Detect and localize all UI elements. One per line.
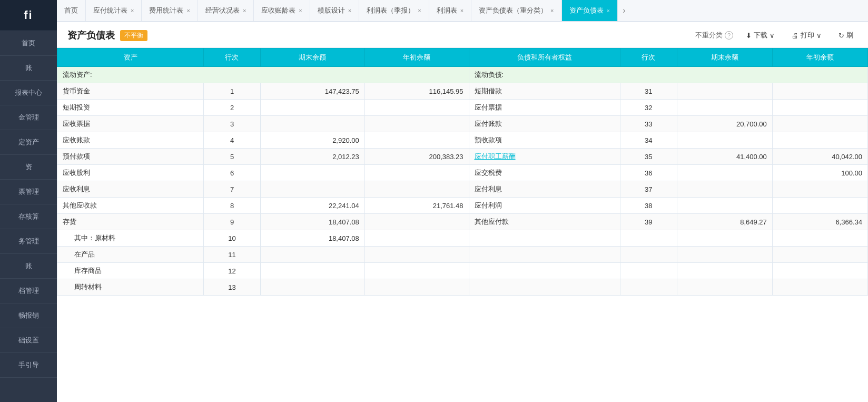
end-balance-right[interactable]: [677, 165, 772, 181]
sidebar-item-home[interactable]: 首页: [0, 31, 57, 56]
end-balance-right[interactable]: [677, 263, 772, 279]
end-balance-right[interactable]: [677, 132, 772, 149]
year-start-right[interactable]: [772, 83, 867, 100]
end-balance-left[interactable]: 18,407.08: [260, 214, 364, 230]
end-balance-left[interactable]: [260, 247, 364, 263]
sidebar-item-expense[interactable]: 畅报销: [0, 303, 57, 328]
end-balance-right[interactable]: 20,700.00: [677, 116, 772, 132]
tab-balance-close[interactable]: ×: [607, 7, 610, 14]
year-start-right[interactable]: [772, 247, 867, 263]
end-balance-left[interactable]: [260, 165, 364, 181]
tab-biz-status[interactable]: 经营状况表 ×: [198, 0, 254, 22]
year-start-left[interactable]: [364, 132, 469, 149]
tab-biz-status-close[interactable]: ×: [243, 7, 246, 14]
year-start-left[interactable]: 21,761.48: [364, 198, 469, 214]
year-start-right[interactable]: [772, 263, 867, 279]
main-area: 首页 应付统计表 × 费用统计表 × 经营状况表 × 应收账龄表 × 模版设计 …: [57, 0, 868, 402]
year-start-left[interactable]: [364, 263, 469, 279]
tab-receivable-aging[interactable]: 应收账龄表 ×: [254, 0, 310, 22]
year-start-right[interactable]: 100.00: [772, 165, 867, 181]
end-balance-right[interactable]: [677, 100, 772, 116]
end-balance-right[interactable]: [677, 247, 772, 263]
end-balance-right[interactable]: [677, 279, 772, 296]
end-balance-left[interactable]: [260, 181, 364, 198]
row-num-left: 3: [204, 116, 261, 132]
sidebar-item-report-center[interactable]: 报表中心: [0, 81, 57, 105]
year-start-left[interactable]: 200,383.23: [364, 149, 469, 165]
liability-label-cell: [469, 230, 620, 247]
asset-label-cell: 短期投资: [57, 100, 204, 116]
sidebar-item-tax-mgmt[interactable]: 务管理: [0, 229, 57, 254]
end-balance-left[interactable]: 2,012.23: [260, 149, 364, 165]
tab-balance-reclassify-close[interactable]: ×: [550, 7, 554, 14]
sidebar-item-ledger[interactable]: 账: [0, 254, 57, 279]
end-balance-right[interactable]: [677, 83, 772, 100]
year-start-left[interactable]: [364, 116, 469, 132]
tab-expense-stats-close[interactable]: ×: [186, 7, 190, 14]
tab-profit[interactable]: 利润表 ×: [429, 0, 471, 22]
year-start-left[interactable]: [364, 100, 469, 116]
download-button[interactable]: ⬇ 下载 ∨: [742, 28, 779, 42]
year-start-right[interactable]: [772, 100, 867, 116]
tab-balance[interactable]: 资产负债表 ×: [562, 0, 618, 22]
end-balance-left[interactable]: [260, 279, 364, 296]
year-start-left[interactable]: [364, 247, 469, 263]
year-start-right[interactable]: [772, 279, 867, 296]
sidebar-item-file-mgmt[interactable]: 档管理: [0, 279, 57, 303]
year-start-left[interactable]: [364, 165, 469, 181]
print-button[interactable]: 🖨 打印 ∨: [787, 28, 826, 42]
sidebar-item-fixed-assets[interactable]: 定资产: [0, 130, 57, 155]
help-icon[interactable]: ?: [725, 31, 733, 40]
year-start-right[interactable]: [772, 181, 867, 198]
tab-payable-stats[interactable]: 应付统计表 ×: [86, 0, 142, 22]
liability-label-cell: 应付职工薪酬: [469, 149, 620, 165]
end-balance-left[interactable]: 147,423.75: [260, 83, 364, 100]
row-num-left: 4: [204, 132, 261, 149]
end-balance-left[interactable]: [260, 116, 364, 132]
tab-profit-quarterly-close[interactable]: ×: [418, 7, 421, 14]
sidebar-item-inventory[interactable]: 存核算: [0, 204, 57, 229]
year-start-left[interactable]: [364, 181, 469, 198]
year-start-right[interactable]: 40,042.00: [772, 149, 867, 165]
year-start-left[interactable]: [364, 214, 469, 230]
asset-label-cell: 应收票据: [57, 116, 204, 132]
tab-receivable-aging-close[interactable]: ×: [299, 7, 302, 14]
sidebar-item-assets[interactable]: 资: [0, 155, 57, 180]
year-start-right[interactable]: [772, 198, 867, 214]
refresh-button[interactable]: ↻ 刷: [834, 28, 857, 42]
end-balance-left[interactable]: 18,407.08: [260, 230, 364, 247]
end-balance-left[interactable]: [260, 263, 364, 279]
sidebar-item-account[interactable]: 账: [0, 56, 57, 81]
end-balance-right[interactable]: [677, 198, 772, 214]
end-balance-left[interactable]: [260, 100, 364, 116]
end-balance-left[interactable]: 2,920.00: [260, 132, 364, 149]
year-start-left[interactable]: [364, 230, 469, 247]
sidebar-item-settings[interactable]: 础设置: [0, 328, 57, 353]
end-balance-right[interactable]: 41,400.00: [677, 149, 772, 165]
tab-scroll-right[interactable]: ›: [618, 0, 630, 22]
sidebar-item-fund-mgmt[interactable]: 金管理: [0, 105, 57, 130]
end-balance-right[interactable]: 8,649.27: [677, 214, 772, 230]
liability-link[interactable]: 应付职工薪酬: [475, 152, 516, 160]
sidebar-item-invoice-mgmt[interactable]: 票管理: [0, 180, 57, 204]
tab-template-design[interactable]: 模版设计 ×: [310, 0, 359, 22]
tab-template-design-close[interactable]: ×: [348, 7, 351, 14]
tab-biz-status-label: 经营状况表: [205, 6, 240, 15]
end-balance-right[interactable]: [677, 181, 772, 198]
tab-balance-reclassify[interactable]: 资产负债表（重分类） ×: [471, 0, 561, 22]
year-start-right[interactable]: [772, 230, 867, 247]
end-balance-left[interactable]: 22,241.04: [260, 198, 364, 214]
tab-profit-close[interactable]: ×: [460, 7, 463, 14]
year-start-right[interactable]: [772, 116, 867, 132]
year-start-left[interactable]: [364, 279, 469, 296]
tab-payable-stats-close[interactable]: ×: [131, 7, 134, 14]
asset-label-cell: 货币资金: [57, 83, 204, 100]
year-start-right[interactable]: 6,366.34: [772, 214, 867, 230]
end-balance-right[interactable]: [677, 230, 772, 247]
tab-home[interactable]: 首页: [57, 0, 86, 22]
year-start-left[interactable]: 116,145.95: [364, 83, 469, 100]
tab-expense-stats[interactable]: 费用统计表 ×: [142, 0, 198, 22]
year-start-right[interactable]: [772, 132, 867, 149]
sidebar-item-guide[interactable]: 手引导: [0, 353, 57, 378]
tab-profit-quarterly[interactable]: 利润表（季报） ×: [359, 0, 429, 22]
